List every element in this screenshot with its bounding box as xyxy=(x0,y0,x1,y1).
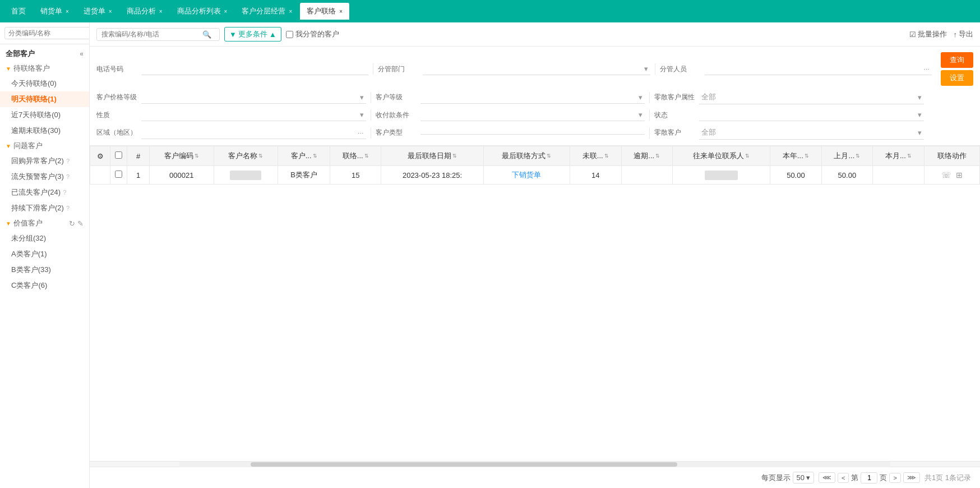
nav-purchase[interactable]: 进货单 × xyxy=(77,3,119,20)
sidebar-item-a-class[interactable]: A类客户(1) xyxy=(0,246,89,262)
phone-input[interactable] xyxy=(141,63,368,75)
select-all-checkbox[interactable] xyxy=(115,151,122,159)
col-name[interactable]: 客户名称 ⇅ xyxy=(214,146,278,166)
col-overdue[interactable]: 逾期... ⇅ xyxy=(621,146,672,166)
row-checkbox[interactable] xyxy=(115,171,122,178)
sidebar-search-input[interactable] xyxy=(4,27,90,39)
nav-customer-layering[interactable]: 客户分层经营 × xyxy=(235,3,299,20)
retail-customer-label: 零散客户 xyxy=(654,128,699,137)
problem-triangle-icon: ▼ xyxy=(6,143,11,149)
help-icon-abnormal[interactable]: ? xyxy=(66,158,70,164)
col-last-month[interactable]: 上月... ⇅ xyxy=(821,146,872,166)
branch-person-select[interactable]: ··· xyxy=(705,63,932,75)
search-input[interactable] xyxy=(101,30,202,38)
nav-customer-contact[interactable]: 客户联络 × xyxy=(300,3,349,20)
batch-op-button[interactable]: ☑ 批量操作 xyxy=(909,29,947,39)
filter-chevron-icon: ▲ xyxy=(269,30,276,39)
nature-select[interactable]: ▾ xyxy=(141,109,366,121)
scroll-track xyxy=(90,461,980,467)
prev-page-button[interactable]: < xyxy=(838,473,849,483)
status-select[interactable]: ▾ xyxy=(699,109,924,121)
retail-customer-select[interactable]: 全部 ▾ xyxy=(699,126,924,140)
nav-home[interactable]: 首页 xyxy=(4,3,33,20)
page-size-box[interactable]: 50 ▾ xyxy=(793,472,814,484)
sidebar-item-abnormal[interactable]: 回购异常客户(2) ? xyxy=(0,153,89,169)
sidebar-item-b-class[interactable]: B类客户(33) xyxy=(0,262,89,278)
col-contact[interactable]: 联络... ⇅ xyxy=(330,146,381,166)
page-input[interactable] xyxy=(861,472,877,484)
nav-sales[interactable]: 销货单 × xyxy=(34,3,76,20)
my-customer-checkbox-area[interactable]: 我分管的客户 xyxy=(286,29,339,39)
nav-customer-layering-close[interactable]: × xyxy=(289,8,292,15)
nav-sales-close[interactable]: × xyxy=(66,8,69,15)
next-page-button[interactable]: > xyxy=(889,473,900,483)
value-group-header: ▼ 价值客户 ↻ ✎ xyxy=(0,216,89,231)
sidebar-item-declining[interactable]: 持续下滑客户(2) ? xyxy=(0,200,89,216)
area-select[interactable]: ··· xyxy=(141,127,366,139)
sidebar-item-ungrouped[interactable]: 未分组(32) xyxy=(0,231,89,246)
value-group-edit-icon[interactable]: ✎ xyxy=(77,219,84,228)
customer-type-field: 客户类型 xyxy=(376,128,645,137)
sidebar-item-overdue[interactable]: 逾期未联络(30) xyxy=(0,123,89,139)
page-size-chevron: ▾ xyxy=(806,473,810,482)
export-button[interactable]: ↑ 导出 xyxy=(954,29,974,39)
nav-purchase-close[interactable]: × xyxy=(109,8,112,15)
help-icon-declining[interactable]: ? xyxy=(66,205,70,211)
payment-label: 收付款条件 xyxy=(376,111,420,120)
filter-divider-2 xyxy=(655,63,655,75)
value-group-refresh-icon[interactable]: ↻ xyxy=(69,219,75,228)
help-icon-churned[interactable]: ? xyxy=(63,189,66,196)
customer-price-level-select[interactable]: ▾ xyxy=(141,91,366,104)
row-last-contact-method-link[interactable]: 下销货单 xyxy=(512,171,541,179)
all-customers-header[interactable]: 全部客户 « xyxy=(0,44,89,61)
customer-type-select[interactable] xyxy=(420,131,645,135)
customer-level-select[interactable]: ▾ xyxy=(420,91,645,104)
branch-dept-select[interactable]: ▾ xyxy=(423,63,650,75)
sidebar-item-churn-warning[interactable]: 流失预警客户(3) ? xyxy=(0,169,89,185)
payment-chevron: ▾ xyxy=(639,111,642,119)
sidebar-item-today[interactable]: 今天待联络(0) xyxy=(0,76,89,91)
col-this-month[interactable]: 本月... ⇅ xyxy=(873,146,924,166)
col-no-contact[interactable]: 未联... ⇅ xyxy=(570,146,621,166)
payment-select[interactable]: ▾ xyxy=(420,109,645,121)
my-customer-checkbox[interactable] xyxy=(286,31,293,38)
nav-product-analysis-close[interactable]: × xyxy=(159,8,163,15)
nav-product-list-close[interactable]: × xyxy=(224,8,228,15)
row-grid-icon[interactable]: ⊞ xyxy=(956,171,963,179)
col-code[interactable]: 客户编码 ⇅ xyxy=(150,146,214,166)
sidebar-item-7days-label: 近7天待联络(0) xyxy=(11,110,61,120)
col-gear[interactable]: ⚙ xyxy=(90,146,110,166)
col-last-contact-method[interactable]: 最后联络方式 ⇅ xyxy=(483,146,570,166)
nav-customer-layering-label: 客户分层经营 xyxy=(242,6,285,16)
filter-btn-label: 更多条件 xyxy=(238,29,267,39)
nav-customer-contact-close[interactable]: × xyxy=(339,8,343,15)
col-last-contact-date[interactable]: 最后联络日期 ⇅ xyxy=(381,146,483,166)
search-icon-btn[interactable]: 🔍 xyxy=(202,30,211,39)
col-name-label: 客户名称 xyxy=(228,151,257,161)
status-chevron: ▾ xyxy=(918,111,922,119)
col-contact-label: 联络... xyxy=(343,151,363,161)
status-label: 状态 xyxy=(654,111,699,120)
row-phone-icon[interactable]: ☏ xyxy=(941,171,951,179)
sidebar-collapse-icon[interactable]: « xyxy=(80,50,84,58)
col-category[interactable]: 客户... ⇅ xyxy=(278,146,330,166)
help-icon-churn[interactable]: ? xyxy=(66,173,70,180)
branch-person-field: 分管人员 ··· xyxy=(660,63,932,75)
sidebar-item-churned[interactable]: 已流失客户(24) ? xyxy=(0,185,89,200)
col-this-year[interactable]: 本年... ⇅ xyxy=(770,146,821,166)
first-page-button[interactable]: ⋘ xyxy=(819,472,835,483)
nav-product-list[interactable]: 商品分析列表 × xyxy=(170,3,234,20)
setting-button[interactable]: 设置 xyxy=(941,70,973,86)
sidebar-item-7days[interactable]: 近7天待联络(0) xyxy=(0,107,89,123)
query-button[interactable]: 查询 xyxy=(941,52,973,68)
col-contact-person[interactable]: 往来单位联系人 ⇅ xyxy=(672,146,770,166)
sidebar-item-tomorrow[interactable]: 明天待联络(1) xyxy=(0,91,89,107)
scroll-thumb[interactable] xyxy=(251,462,677,467)
more-filter-button[interactable]: ▼ 更多条件 ▲ xyxy=(224,27,281,42)
sidebar-item-c-class[interactable]: C类客户(6) xyxy=(0,278,89,293)
retail-attr-select[interactable]: 全部 ▾ xyxy=(699,90,924,104)
filter-divider-1 xyxy=(373,63,373,75)
nav-product-analysis[interactable]: 商品分析 × xyxy=(120,3,169,20)
nav-home-label: 首页 xyxy=(11,6,26,16)
last-page-button[interactable]: ⋙ xyxy=(903,472,920,483)
